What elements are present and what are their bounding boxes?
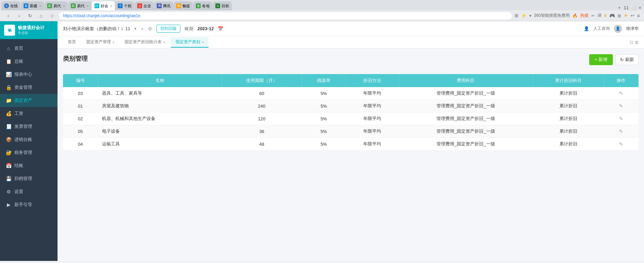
sidebar-item-report[interactable]: 📊 报表中心 xyxy=(0,68,58,81)
content-tabs: 首页 固定资产管理 × 固定资产折旧统计表 × 固定资产类别 × ⊡ ⊞ xyxy=(58,36,644,49)
browser-tab-label-gedi: 各地 xyxy=(202,3,210,9)
tab-home[interactable]: 首页 xyxy=(63,37,81,48)
cell-residual: 5% xyxy=(302,125,346,138)
edit-btn[interactable]: ✎ xyxy=(619,103,623,109)
col-header-method: 折旧方法 xyxy=(346,74,399,87)
refresh-btn[interactable]: ↻ 刷新 xyxy=(616,54,639,65)
topbar-period-value: 2023-12 xyxy=(198,26,214,31)
browser-tab-label-yidai2: 易代 xyxy=(77,3,85,9)
tab-asset-mgmt-close[interactable]: × xyxy=(112,40,114,44)
browser-tab-geshuei[interactable]: 个 个税 xyxy=(115,1,134,10)
tab-collapse-btn[interactable]: ⊡ xyxy=(630,40,633,45)
browser-tab-tencent[interactable]: 腾 腾讯 xyxy=(154,1,173,10)
sidebar-item-fixedasset[interactable]: 📁 固定资产 xyxy=(0,94,58,107)
browser-tab-close-yidai2[interactable]: × xyxy=(87,4,89,8)
add-category-btn[interactable]: + 新增 xyxy=(589,54,613,65)
star-btn[interactable]: ☆ xyxy=(48,12,56,20)
sidebar-item-home[interactable]: ⌂ 首页 xyxy=(0,42,58,55)
table-row: 01 房屋及建筑物 240 5% 年限平均 管理费用_固定资产折旧_一级 累计折… xyxy=(63,100,639,112)
settings-icon: ⚙ xyxy=(5,189,12,195)
tab-home-label: 首页 xyxy=(68,39,76,45)
browser-tab-close-haohui[interactable]: × xyxy=(110,4,112,8)
forward-btn[interactable]: › xyxy=(15,12,23,20)
cell-expense: 管理费用_固定资产折旧_一级 xyxy=(399,100,533,112)
tab-asset-depr[interactable]: 固定资产折旧统计表 × xyxy=(120,37,170,48)
browser-tab-close-new[interactable]: × xyxy=(39,4,41,8)
cell-name: 运输工具 xyxy=(98,138,222,151)
tab-asset-depr-close[interactable]: × xyxy=(163,40,165,44)
topbar-service-label[interactable]: 人工咨询 xyxy=(593,26,610,32)
restore-btn[interactable]: ⬜ xyxy=(630,5,636,10)
sidebar-item-salary[interactable]: 💰 工资 xyxy=(0,107,58,120)
back-btn[interactable]: ‹ xyxy=(4,12,12,20)
sidebar-label-invoice: 发票管理 xyxy=(14,123,32,130)
col-header-accum: 累计折旧科目 xyxy=(533,74,604,87)
fund-icon: 🔒 xyxy=(5,84,12,91)
edit-btn[interactable]: ✎ xyxy=(619,91,623,96)
sidebar-item-guide[interactable]: ▶ 新手引导 xyxy=(0,198,58,211)
browser-tab-gedi[interactable]: 各 各地 xyxy=(193,1,212,10)
archive-icon: 💾 xyxy=(5,176,12,182)
switch-to-old-btn[interactable]: 切到旧版 xyxy=(156,25,180,33)
cell-code: 03 xyxy=(63,87,98,100)
browser-tab-new[interactable]: 新 新建 × xyxy=(21,1,44,10)
browser-controls: + 11 ⬜ × xyxy=(617,5,643,10)
cell-residual: 5% xyxy=(302,112,346,125)
tab-expand-btn[interactable]: ⊞ xyxy=(635,40,639,45)
sidebar-item-fund[interactable]: 🔒 资金管理 xyxy=(0,81,58,94)
sidebar-item-ledger[interactable]: 📋 总账 xyxy=(0,55,58,68)
browser-tab-close-yidai1[interactable]: × xyxy=(63,4,65,8)
edit-btn[interactable]: ✎ xyxy=(619,141,623,147)
browser-tab-changjie[interactable]: 畅 畅提 xyxy=(174,1,193,10)
sidebar-item-invoice[interactable]: 🧾 发票管理 xyxy=(0,120,58,133)
table-row: 03 器具、工具、家具等 60 5% 年限平均 管理费用_固定资产折旧_一级 累… xyxy=(63,87,639,100)
inventory-icon: 📦 xyxy=(5,136,12,143)
edit-btn[interactable]: ✎ xyxy=(619,129,623,134)
tab-asset-cat[interactable]: 固定资产类别 × xyxy=(171,37,209,48)
minimize-btn[interactable]: 11 xyxy=(623,5,629,10)
col-header-residual: 残值率 xyxy=(302,74,346,87)
close-browser-btn[interactable]: × xyxy=(637,5,643,10)
calendar-icon[interactable]: 📅 xyxy=(218,26,223,31)
tab-expand-controls: ⊡ ⊞ xyxy=(630,40,639,45)
browser-tab-label-mubiao: 目前 xyxy=(222,3,229,9)
tab-asset-cat-close[interactable]: × xyxy=(202,40,204,44)
undo-icon: ↩ xyxy=(631,13,634,18)
table-row: 04 运输工具 48 5% 年限平均 管理费用_固定资产折旧_一级 累计折旧 ✎ xyxy=(63,138,639,151)
browser-address-bar: ‹ › ↻ ⌂ ☆ ⊞ ⚡ ▾ 360智能抠图免费用 🔥 热搜 ✂ 译 ¥ 🎮 … xyxy=(0,10,644,21)
tab-icon-gedi: 各 xyxy=(196,3,201,8)
cell-name: 房屋及建筑物 xyxy=(98,100,222,112)
sidebar-item-inventory[interactable]: 📦 进销台账 xyxy=(0,133,58,146)
col-header-months: 使用期限（月） xyxy=(222,74,302,87)
sidebar-item-archive[interactable]: 💾 归档管理 xyxy=(0,172,58,185)
browser-tab-haohui[interactable]: 好 好会 × xyxy=(92,1,115,10)
topbar-user-label: 刘小艳演示账套（勿删勿动！）11 xyxy=(63,26,130,32)
sidebar-item-settings[interactable]: ⚙ 设置 xyxy=(0,185,58,198)
sidebar-label-fixedasset: 固定资产 xyxy=(14,97,32,104)
topbar-dropdown-icon[interactable]: ▾ xyxy=(134,26,137,31)
search-label: 360智能抠图免费用 xyxy=(534,13,570,19)
topbar-settings-icon[interactable]: ⚙ xyxy=(148,26,152,32)
sidebar: 畅 畅捷通好会计 专业版 ⌂ 首页 📋 总账 📊 报表中心 🔒 资金管理 xyxy=(0,21,58,261)
browser-tab-zaixin[interactable]: 在 在线 xyxy=(1,1,21,10)
sidebar-app-name: 畅捷通好会计 xyxy=(18,25,45,31)
browser-tab-yidai2[interactable]: 易 易代 × xyxy=(68,1,91,10)
reload-btn[interactable]: ↻ xyxy=(26,12,34,20)
scissors-icon: ✂ xyxy=(591,13,595,18)
sidebar-item-settle[interactable]: 📅 结账 xyxy=(0,159,58,172)
cell-method: 年限平均 xyxy=(346,138,399,151)
home-btn[interactable]: ⌂ xyxy=(37,12,45,20)
address-input[interactable] xyxy=(59,12,512,20)
browser-tab-qiye[interactable]: 企 企业 xyxy=(135,1,154,10)
topbar-add-icon[interactable]: + xyxy=(141,26,143,32)
tab-icon-yidai1: 易 xyxy=(47,3,52,8)
sidebar-item-tax[interactable]: 🔐 税务管理 xyxy=(0,146,58,159)
browser-tab-mubiao[interactable]: S 目前 xyxy=(213,1,232,10)
tab-asset-mgmt[interactable]: 固定资产管理 × xyxy=(81,37,119,48)
sidebar-label-guide: 新手引导 xyxy=(14,202,32,208)
sidebar-logo-text-block: 畅捷通好会计 专业版 xyxy=(18,25,45,36)
new-tab-btn[interactable]: + xyxy=(617,5,622,10)
tab-icon-zaixin: 在 xyxy=(4,3,9,8)
browser-tab-yidai1[interactable]: 易 易代 × xyxy=(45,1,68,10)
edit-btn[interactable]: ✎ xyxy=(619,116,623,121)
